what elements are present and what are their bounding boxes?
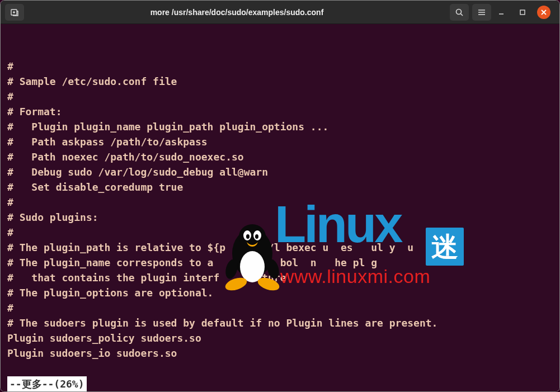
terminal-line: # (7, 195, 553, 210)
minimize-button[interactable] (495, 6, 508, 19)
terminal-line: # Set disable_coredump true (7, 180, 553, 195)
terminal-line: # Sudo plugins: (7, 210, 553, 225)
more-prompt: --更多--(26%) (7, 376, 87, 391)
terminal-line: # Path noexec /path/to/sudo_noexec.so (7, 149, 553, 164)
window-titlebar: more /usr/share/doc/sudo/examples/sudo.c… (1, 1, 559, 24)
search-button[interactable] (450, 4, 469, 21)
terminal-line: # that contains the plugin interf cture (7, 270, 553, 285)
close-button[interactable] (537, 6, 550, 19)
terminal-line: Plugin sudoers_policy sudoers.so (7, 330, 553, 346)
terminal-line: # (7, 300, 553, 315)
terminal-line: # (7, 89, 553, 104)
terminal-line: # (7, 225, 553, 240)
new-tab-icon (10, 8, 19, 17)
terminal-line: # The plugin_path is relative to ${p x}/… (7, 240, 553, 255)
terminal-line: # The plugin_name corresponds to a sy bo… (7, 255, 553, 270)
terminal-line: # The plugin_options are optional. (7, 285, 553, 300)
terminal-line: # Sample /etc/sudo.conf file (7, 74, 553, 89)
minimize-icon (497, 8, 505, 16)
terminal-line: # Plugin plugin_name plugin_path plugin_… (7, 119, 553, 134)
maximize-button[interactable] (516, 6, 529, 19)
search-icon (455, 8, 464, 17)
terminal-line: # (7, 376, 553, 391)
terminal-line: # Path askpass /path/to/askpass (7, 134, 553, 149)
terminal-line: Plugin sudoers_io sudoers.so (7, 346, 553, 361)
svg-point-1 (457, 9, 462, 14)
maximize-icon (519, 9, 526, 16)
terminal-line: # Debug sudo /var/log/sudo_debug all@war… (7, 164, 553, 180)
menu-button[interactable] (472, 4, 491, 21)
terminal-line: # The sudoers plugin is used by default … (7, 315, 553, 330)
terminal-content[interactable]: ## Sample /etc/sudo.conf file## Format:#… (1, 24, 559, 391)
close-icon (540, 9, 547, 16)
terminal-line: # Format: (7, 104, 553, 119)
terminal-line: # (7, 59, 553, 74)
terminal-lines: ## Sample /etc/sudo.conf file## Format:#… (7, 59, 553, 391)
window-title: more /usr/share/doc/sudo/examples/sudo.c… (27, 8, 446, 17)
terminal-line (7, 361, 553, 376)
hamburger-icon (477, 8, 486, 17)
svg-rect-2 (520, 10, 525, 15)
new-tab-button[interactable] (5, 4, 24, 21)
